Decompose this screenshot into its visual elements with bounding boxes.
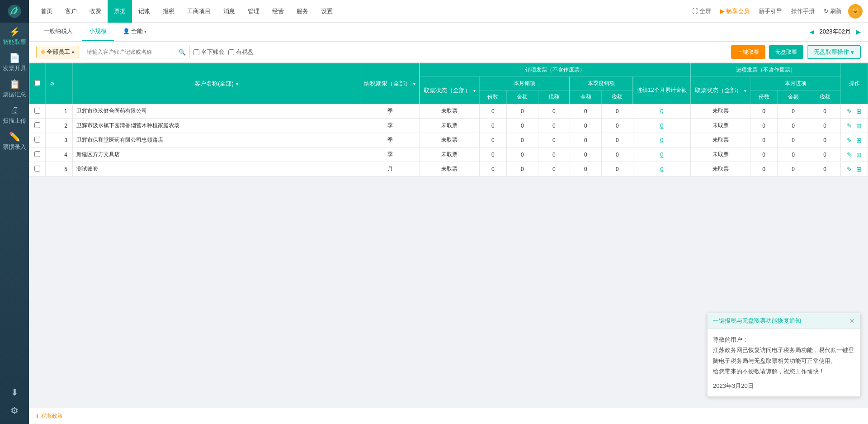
row-s12-link-0[interactable]: 0 <box>660 108 663 114</box>
manual-btn[interactable]: 操作手册 <box>788 5 817 17</box>
row-checkbox-4[interactable] <box>29 162 46 176</box>
th-action: 操作 <box>841 63 868 104</box>
sidebar-item-scan-upload[interactable]: 🖨 扫描上传 <box>0 101 29 128</box>
table-row: 4 新建区方方文具店 季 未取票 0 0 0 0 0 0 未取票 0 0 0 ✎… <box>29 148 868 162</box>
th-tax-period[interactable]: 纳税期限（全部） ▾ <box>360 63 420 104</box>
row-view-btn-0[interactable]: ⊞ <box>855 108 863 115</box>
checkbox-account-label[interactable]: 名下账套 <box>193 48 225 56</box>
row-checkbox-3[interactable] <box>29 148 46 162</box>
nav-home[interactable]: 首页 <box>34 0 59 23</box>
info-icon: ℹ <box>36 413 38 419</box>
row-cb-3[interactable] <box>34 151 40 157</box>
prev-month-btn[interactable]: ◀ <box>810 29 814 35</box>
avatar[interactable]: 🐱 <box>848 4 863 19</box>
sidebar-item-settings-bottom[interactable]: ⚙ <box>0 401 29 419</box>
checkbox-taxdisk[interactable] <box>228 49 234 55</box>
nav-billing[interactable]: 收费 <box>83 0 108 23</box>
checkbox-account[interactable] <box>193 49 199 55</box>
sidebar-item-download[interactable]: ⬇ <box>0 383 29 401</box>
row-s12-link-2[interactable]: 0 <box>660 137 663 143</box>
row-view-btn-1[interactable]: ⊞ <box>855 122 863 129</box>
row-edit-btn-3[interactable]: ✎ <box>845 151 854 158</box>
row-view-btn-4[interactable]: ⊞ <box>855 166 863 173</box>
search-icon: 🔍 <box>179 49 186 56</box>
th-sales-status[interactable]: 取票状态（全部） ▾ <box>420 77 479 104</box>
download-icon: ⬇ <box>11 388 19 397</box>
th-purchase-status[interactable]: 取票状态（全部） ▾ <box>691 77 750 104</box>
row-view-btn-3[interactable]: ⊞ <box>855 151 863 158</box>
employee-filter[interactable]: 全部员工 ▾ <box>36 46 79 58</box>
select-all-checkbox[interactable] <box>34 80 40 86</box>
row-edit-btn-2[interactable]: ✎ <box>845 137 854 144</box>
nav-services[interactable]: 服务 <box>290 0 315 23</box>
th-pm-count: 份数 <box>750 91 778 104</box>
fullscreen-btn[interactable]: ⛶ 全屏 <box>689 5 714 17</box>
row-checkbox-2[interactable] <box>29 133 46 148</box>
next-month-btn[interactable]: ▶ <box>856 29 861 35</box>
row-cb-4[interactable] <box>34 166 40 172</box>
row-cb-2[interactable] <box>34 137 40 143</box>
notif-header: 一键报税与无盘取票功能恢复通知 ✕ <box>708 313 860 329</box>
nav-operations[interactable]: 经营 <box>266 0 290 23</box>
row-sm-tax-3: 0 <box>538 148 570 162</box>
notif-close-btn[interactable]: ✕ <box>849 317 855 324</box>
row-pm-count-3: 0 <box>750 148 778 162</box>
nav-settings[interactable]: 设置 <box>315 0 339 23</box>
nav-customer[interactable]: 客户 <box>59 0 83 23</box>
row-sq-amount-3: 0 <box>570 148 601 162</box>
table-wrap: ⚙ 客户名称(全部) ▾ 纳税期限（全部） ▾ 销项发票（不含作废票） 进项发票… <box>29 63 868 176</box>
nav-tax[interactable]: 报税 <box>156 0 181 23</box>
row-sm-tax-0: 0 <box>538 104 570 119</box>
nav-industry[interactable]: 工商项目 <box>181 0 217 23</box>
new-guide-btn[interactable]: 新手引导 <box>756 5 785 17</box>
sidebar-item-issue-invoice[interactable]: 📄 发票开具 <box>0 49 29 75</box>
row-sm-tax-4: 0 <box>538 162 570 176</box>
nav-message[interactable]: 消息 <box>217 0 241 23</box>
th-sales-status-filter[interactable]: ▾ <box>473 88 476 93</box>
row-sm-amount-0: 0 <box>506 104 538 119</box>
row-checkbox-0[interactable] <box>29 104 46 119</box>
row-edit-btn-0[interactable]: ✎ <box>845 108 854 115</box>
row-action-icon-2 <box>46 133 59 148</box>
subtab-general[interactable]: 一般纳税人 <box>36 22 80 41</box>
no-disk-fetch-btn[interactable]: 无盘取票 <box>769 45 803 59</box>
row-sm-count-1: 0 <box>479 119 506 133</box>
one-click-fetch-btn[interactable]: 一键取票 <box>731 45 765 59</box>
subtab-small[interactable]: 小规模 <box>82 22 114 41</box>
tax-policy-link[interactable]: 税务政策 <box>41 412 63 420</box>
checkbox-taxdisk-label[interactable]: 有税盘 <box>228 48 254 56</box>
search-input[interactable] <box>83 46 173 58</box>
th-name[interactable]: 客户名称(全部) ▾ <box>73 63 360 104</box>
row-edit-btn-1[interactable]: ✎ <box>845 122 854 129</box>
row-s12-2: 0 <box>633 133 690 148</box>
th-checkbox[interactable] <box>29 63 46 104</box>
row-cb-1[interactable] <box>34 122 40 128</box>
sidebar-item-invoice-entry[interactable]: ✏️ 票据录入 <box>0 128 29 154</box>
th-name-filter-icon[interactable]: ▾ <box>236 81 238 86</box>
subtab-all[interactable]: 👤 全能 ▾ <box>116 22 154 41</box>
row-view-btn-2[interactable]: ⊞ <box>855 137 863 144</box>
row-s12-link-1[interactable]: 0 <box>660 122 663 129</box>
row-edit-btn-4[interactable]: ✎ <box>845 166 854 173</box>
th-settings[interactable]: ⚙ <box>46 63 59 104</box>
refresh-btn[interactable]: ↻ 刷新 <box>821 5 844 17</box>
row-cb-0[interactable] <box>34 108 40 114</box>
th-sq-tax: 税额 <box>601 91 633 104</box>
th-purchase-status-filter[interactable]: ▾ <box>744 88 746 93</box>
row-checkbox-1[interactable] <box>29 119 46 133</box>
nav-invoice[interactable]: 票据 <box>108 0 132 23</box>
sidebar-bottom: ⬇ ⚙ <box>0 383 29 424</box>
member-btn[interactable]: ▶ 畅享会员 <box>717 5 752 17</box>
row-s12-link-4[interactable]: 0 <box>660 166 663 172</box>
sidebar-item-smart-fetch[interactable]: ⚡ 智能取票 <box>0 23 29 49</box>
search-button[interactable]: 🔍 <box>175 46 190 58</box>
row-s12-link-3[interactable]: 0 <box>660 151 663 158</box>
row-name-4: 测试账套 <box>73 162 360 176</box>
nav-management[interactable]: 管理 <box>241 0 266 23</box>
sidebar-item-invoice-summary[interactable]: 📋 票据汇总 <box>0 75 29 101</box>
th-tax-period-filter-icon[interactable]: ▾ <box>413 81 415 86</box>
row-pm-amount-3: 0 <box>778 148 809 162</box>
nav-bookkeeping[interactable]: 记账 <box>132 0 156 23</box>
no-disk-ops-btn[interactable]: 无盘取票操作 ▾ <box>807 45 861 59</box>
row-ops-4: ✎ ⊞ <box>841 162 868 176</box>
